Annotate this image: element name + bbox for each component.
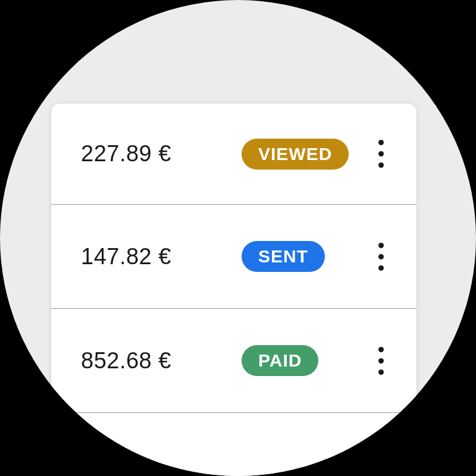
dot bbox=[378, 369, 384, 375]
circle-viewport: 227.89 € VIEWED 147.82 € SENT 852.68 € P… bbox=[0, 0, 476, 476]
status-badge: VIEWED bbox=[242, 139, 349, 170]
dot bbox=[378, 358, 384, 364]
more-vertical-icon[interactable] bbox=[369, 343, 393, 378]
more-vertical-icon[interactable] bbox=[369, 136, 393, 172]
more-vertical-icon[interactable] bbox=[369, 239, 393, 274]
dot bbox=[378, 162, 384, 168]
dot bbox=[378, 254, 384, 259]
list-item: 147.82 € SENT bbox=[51, 205, 416, 309]
list-item: 227.89 € VIEWED bbox=[51, 104, 416, 205]
dot bbox=[378, 151, 384, 156]
list-item bbox=[51, 413, 416, 476]
amount-value: 147.82 € bbox=[81, 244, 242, 270]
invoice-list-card: 227.89 € VIEWED 147.82 € SENT 852.68 € P… bbox=[51, 104, 416, 476]
status-badge: SENT bbox=[242, 241, 325, 272]
dot bbox=[378, 140, 384, 145]
list-item: 852.68 € PAID bbox=[51, 309, 416, 413]
dot bbox=[378, 265, 384, 271]
amount-value: 227.89 € bbox=[81, 141, 242, 167]
status-badge: PAID bbox=[242, 345, 318, 376]
amount-value: 852.68 € bbox=[81, 348, 242, 374]
dot bbox=[378, 243, 384, 248]
dot bbox=[378, 347, 384, 352]
